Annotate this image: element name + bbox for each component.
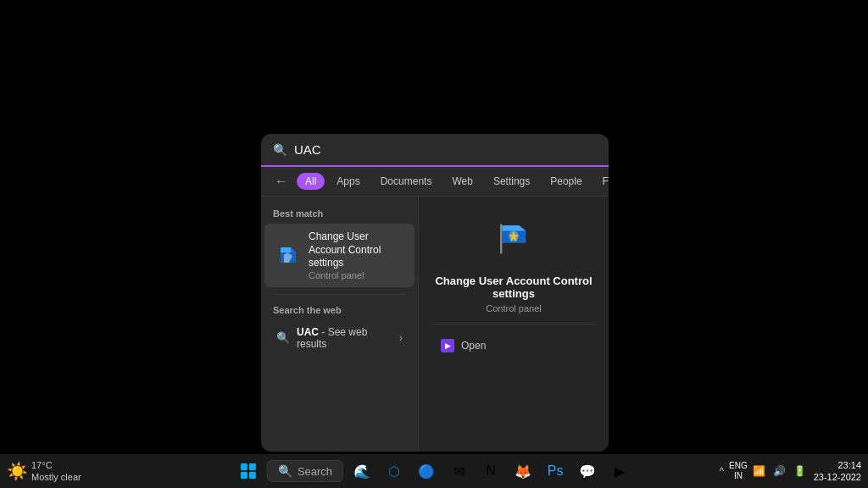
tab-settings[interactable]: Settings [485, 173, 538, 190]
taskbar-right: ^ ENGIN 📶 🔊 🔋 23:14 23-12-2022 [716, 459, 861, 484]
divider [273, 294, 406, 295]
back-button[interactable]: ← [270, 172, 293, 191]
taskbar-date-value: 23-12-2022 [814, 471, 861, 483]
vscode-icon[interactable]: ⬡ [381, 458, 408, 485]
web-search-item[interactable]: 🔍 UAC - See web results › [264, 320, 415, 356]
tab-documents[interactable]: Documents [372, 173, 441, 190]
gmail-icon[interactable]: ✉ [445, 458, 472, 485]
tab-web[interactable]: Web [443, 173, 481, 190]
search-icon: 🔍 [273, 143, 287, 157]
taskbar-search-label: Search [298, 465, 332, 478]
web-result-left: 🔍 UAC - See web results [276, 326, 392, 350]
whatsapp-icon[interactable]: 💬 [574, 458, 601, 485]
chevron-icon[interactable]: ^ [716, 463, 726, 479]
tab-people[interactable]: People [542, 173, 590, 190]
taskbar-time-value: 23:14 [814, 459, 861, 471]
start-button[interactable] [235, 458, 262, 485]
svg-marker-7 [502, 225, 526, 230]
uac-icon [488, 214, 539, 264]
battery-icon[interactable]: 🔋 [791, 463, 809, 479]
web-query: UAC [297, 326, 319, 338]
left-panel: Best match Change User Account Control s… [261, 197, 418, 452]
best-match-item[interactable]: Change User Account Control settings Con… [264, 224, 415, 287]
web-search-icon: 🔍 [276, 331, 290, 344]
taskbar-center: 🔍 Search 🌊 ⬡ 🔵 ✉ N 🦊 Ps 💬 ▶ [235, 458, 633, 485]
result-icon [276, 243, 300, 267]
firefox-icon[interactable]: 🦊 [509, 458, 537, 485]
taskbar-weather: 17°C Mostly clear [31, 459, 81, 484]
right-panel: Change User Account Control settings Con… [418, 197, 609, 452]
right-title: Change User Account Control settings [432, 274, 595, 300]
search-panel: 🔍 UAC ← All Apps Documents Web Settings … [261, 134, 609, 452]
open-label: Open [461, 340, 486, 352]
weather-temp: 17°C [31, 459, 81, 471]
lang-badge: ENGIN [729, 461, 748, 481]
result-title: Change User Account Control settings [309, 230, 403, 270]
svg-marker-1 [281, 247, 291, 252]
taskbar-search-button[interactable]: 🔍 Search [267, 460, 343, 482]
notion-icon[interactable]: N [477, 458, 504, 485]
open-button[interactable]: ▶ Open [432, 335, 494, 357]
photoshop-icon[interactable]: Ps [542, 458, 569, 485]
taskbar-clock[interactable]: 23:14 23-12-2022 [814, 459, 861, 484]
volume-icon[interactable]: 🔊 [771, 463, 788, 479]
svg-marker-2 [291, 247, 296, 252]
taskbar: ☀️ 17°C Mostly clear 🔍 Search 🌊 ⬡ 🔵 ✉ N … [0, 454, 868, 488]
weather-icon: ☀️ [7, 461, 28, 481]
best-match-label: Best match [261, 205, 418, 224]
open-icon: ▶ [441, 339, 454, 352]
right-subtitle: Control panel [486, 303, 541, 313]
right-divider [432, 324, 595, 324]
tab-fold[interactable]: Fold… [594, 173, 609, 190]
web-result-text: UAC - See web results [297, 326, 392, 350]
taskbar-left: ☀️ 17°C Mostly clear [7, 459, 81, 484]
svg-rect-5 [500, 224, 502, 253]
filter-tabs: ← All Apps Documents Web Settings People… [261, 167, 609, 197]
search-bar: 🔍 UAC [261, 134, 609, 167]
web-search-label: Search the web [261, 302, 418, 320]
web-arrow-icon: › [399, 332, 403, 344]
result-text: Change User Account Control settings Con… [309, 230, 403, 280]
taskbar-search-icon: 🔍 [278, 464, 292, 478]
youtube-icon[interactable]: ▶ [606, 458, 633, 485]
wifi-icon[interactable]: 📶 [750, 463, 768, 479]
chrome-icon[interactable]: 🔵 [413, 458, 440, 485]
tab-apps[interactable]: Apps [328, 173, 368, 190]
result-subtitle: Control panel [309, 270, 403, 280]
sys-icons: ^ ENGIN 📶 🔊 🔋 [716, 461, 808, 481]
edge-icon[interactable]: 🌊 [348, 458, 376, 485]
weather-desc: Mostly clear [31, 471, 81, 483]
search-input[interactable]: UAC [294, 142, 597, 157]
tab-all[interactable]: All [297, 173, 325, 190]
content-area: Best match Change User Account Control s… [261, 197, 609, 452]
